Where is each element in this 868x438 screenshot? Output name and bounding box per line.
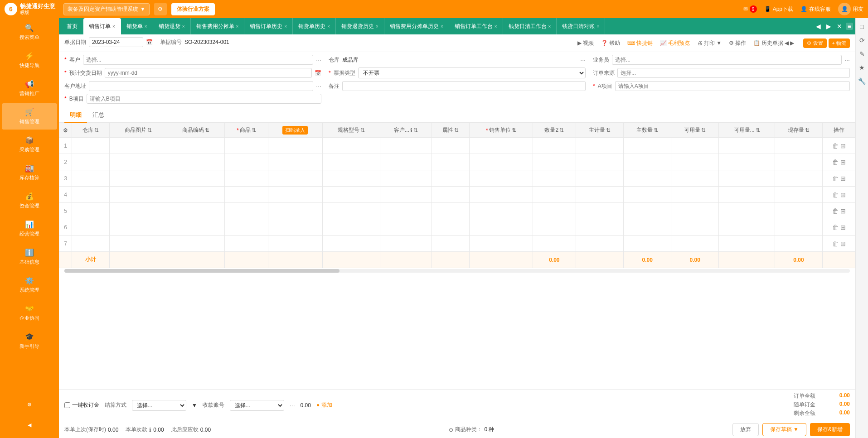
tab-cash-reconcile[interactable]: 钱货日清对账 × [557, 18, 605, 34]
row-4-delete-icon[interactable]: 🗑 [832, 191, 839, 198]
th-customer-code[interactable]: 客户...ℹ⇅ [380, 123, 432, 138]
row-2-image[interactable] [109, 154, 167, 170]
tab-close-icon-5[interactable]: × [284, 24, 287, 29]
row-1-delete-icon[interactable]: 🗑 [832, 142, 839, 149]
account-select[interactable]: 选择... [230, 400, 284, 411]
row-2-delete-icon[interactable]: 🗑 [832, 159, 839, 166]
row-2-unit[interactable] [470, 154, 533, 170]
tab-close-icon-4[interactable]: × [236, 24, 239, 29]
row-3-delete-icon[interactable]: 🗑 [832, 175, 839, 182]
tab-fee-history[interactable]: 销售费用分摊单历史 × [384, 18, 449, 34]
th-scan[interactable]: 扫码录入 [268, 123, 322, 138]
row-1-main-qty[interactable] [624, 138, 671, 154]
row-1-attr[interactable] [432, 138, 470, 154]
column-settings-icon[interactable]: ⚙ [63, 127, 68, 134]
sidebar-item-search[interactable]: 🔍 搜索菜单 [2, 19, 57, 45]
tab-return-history[interactable]: 销货退货历史 × [336, 18, 384, 34]
th-available[interactable]: 可用量⇅ [671, 123, 719, 138]
row-2-main-qty[interactable] [624, 154, 671, 170]
tab-prev-btn[interactable]: ◀ [814, 23, 823, 30]
th-unit[interactable]: *销售单位⇅ [470, 123, 533, 138]
profit-btn[interactable]: 📈 毛利预览 [658, 39, 692, 48]
sidebar-item-inventory[interactable]: 🏭 库存核算 [2, 159, 57, 186]
tab-close-icon-9[interactable]: × [495, 24, 497, 29]
project-a-input[interactable] [615, 81, 850, 91]
tab-menu-btn[interactable]: ≡ [846, 23, 853, 30]
tab-close-icon-11[interactable]: × [596, 24, 599, 29]
app-download-btn[interactable]: 📱 App下载 [764, 5, 793, 13]
row-5-copy-icon[interactable]: ⊞ [840, 207, 846, 215]
row-6-copy-icon[interactable]: ⊞ [840, 224, 846, 231]
right-panel-btn-5[interactable]: 🔧 [857, 76, 867, 86]
tab-fee-split[interactable]: 销售费用分摊单 × [191, 18, 245, 34]
tab-close-all-btn[interactable]: ✕ [835, 23, 844, 30]
sidebar-item-purchase[interactable]: 📦 采购管理 [2, 131, 57, 158]
tab-close-icon-10[interactable]: × [548, 24, 551, 29]
sidebar-item-quicknav[interactable]: ⚡ 快捷导航 [2, 47, 57, 73]
row-2-available[interactable] [671, 154, 719, 170]
tab-order-workbench[interactable]: 销售订单工作台 × [449, 18, 503, 34]
row-3-copy-icon[interactable]: ⊞ [840, 175, 846, 182]
row-2-scan[interactable] [268, 154, 322, 170]
one-click-settlement-checkbox[interactable]: 一键收订金 [64, 401, 99, 409]
save-draft-dropdown-icon[interactable]: ▼ [793, 426, 799, 433]
tab-close-icon-6[interactable]: × [327, 24, 330, 29]
add-btn[interactable]: ● 添加 [316, 401, 332, 409]
row-1-spec[interactable] [322, 138, 380, 154]
th-main-qty[interactable]: 主数量⇅ [624, 123, 671, 138]
inner-tab-detail[interactable]: 明细 [64, 108, 87, 123]
save-new-btn[interactable]: 保存&新增 [810, 423, 850, 436]
print-btn[interactable]: 🖨 打印 ▼ [695, 39, 723, 48]
row-1-available[interactable] [671, 138, 719, 154]
customer-more-icon[interactable]: ··· [316, 56, 321, 63]
help-btn[interactable]: ❓ 帮助 [599, 39, 622, 48]
sidebar-item-sales[interactable]: 🛒 销售管理 [2, 103, 57, 130]
row-1-code[interactable] [167, 138, 225, 154]
row-1-product[interactable] [225, 138, 268, 154]
tab-sales-return[interactable]: 销货退货 × [153, 18, 191, 34]
one-click-checkbox[interactable] [64, 402, 70, 408]
operation-btn[interactable]: ⚙ 操作 [727, 39, 748, 48]
th-attr[interactable]: 属性⇅ [432, 123, 470, 138]
message-btn[interactable]: ✉ 9 [743, 5, 757, 13]
invoice-select[interactable]: 不开票 [358, 67, 586, 78]
row-1-unit[interactable] [470, 138, 533, 154]
row-1-main-unit[interactable] [576, 138, 623, 154]
row-2-spec[interactable] [322, 154, 380, 170]
tab-home[interactable]: 首页 [61, 18, 83, 34]
th-main-unit[interactable]: 主计量⇅ [576, 123, 623, 138]
row-2-code[interactable] [167, 154, 225, 170]
th-product[interactable]: *商品⇅ [225, 123, 268, 138]
th-image[interactable]: 商品图片⇅ [109, 123, 167, 138]
row-1-current-stock[interactable] [775, 138, 822, 154]
row-7-delete-icon[interactable]: 🗑 [832, 240, 839, 247]
tab-close-icon-2[interactable]: × [145, 24, 147, 29]
tab-order-history[interactable]: 销售订单历史 × [244, 18, 293, 34]
tab-close-icon-3[interactable]: × [182, 24, 185, 29]
tab-sales-order[interactable]: 销售订单 × [83, 18, 121, 34]
account-more-icon[interactable]: ··· [290, 402, 295, 409]
right-panel-btn-1[interactable]: □ [857, 22, 867, 32]
row-2-customer-code[interactable] [380, 154, 432, 170]
row-2-current-stock[interactable] [775, 154, 822, 170]
th-spec[interactable]: 规格型号⇅ [322, 123, 380, 138]
row-2-product[interactable] [225, 154, 268, 170]
payment-method-select[interactable]: 选择... [132, 400, 186, 411]
user-menu[interactable]: 👤 用友 [838, 3, 863, 15]
delivery-date-input[interactable] [105, 68, 312, 78]
settings-orange-btn[interactable]: ⚙ 设置 [803, 39, 826, 48]
th-current-stock[interactable]: 现存量⇅ [775, 123, 822, 138]
right-panel-btn-4[interactable]: ★ [857, 63, 867, 72]
tab-cash-workbench[interactable]: 钱货日清工作台 × [503, 18, 557, 34]
row-2-warehouse[interactable] [72, 154, 110, 170]
th-available2[interactable]: 可用量...⇅ [719, 123, 775, 138]
th-code[interactable]: 商品编码⇅ [167, 123, 225, 138]
row-1-warehouse[interactable] [72, 138, 110, 154]
th-qty2[interactable]: 数量2⇅ [533, 123, 576, 138]
shortcut-btn[interactable]: ⌨ 快捷键 [626, 39, 655, 48]
salesman-more-icon[interactable]: ··· [844, 56, 850, 63]
view-video-btn[interactable]: ▶ 视频 [576, 39, 596, 48]
salesman-input[interactable] [612, 55, 842, 65]
warehouse-more-icon[interactable]: ··· [580, 56, 586, 63]
add-material-btn[interactable]: + 物流 [829, 39, 850, 48]
